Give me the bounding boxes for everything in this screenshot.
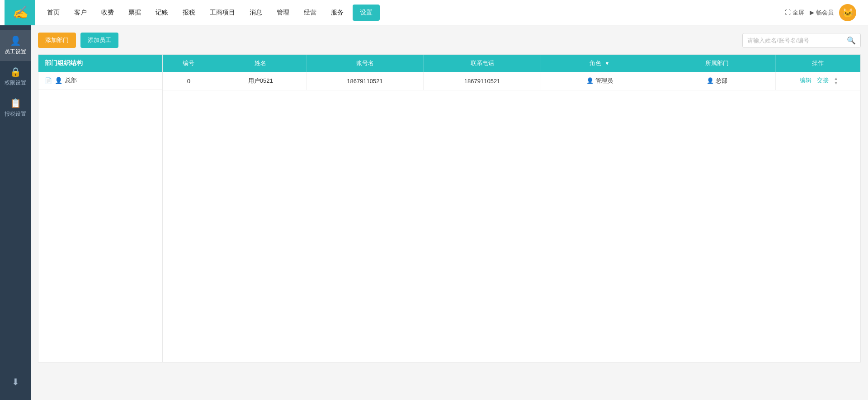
cell-dept: 👤总部 (658, 72, 776, 90)
top-navigation: ✍ 首页 客户 收费 票据 记账 报税 工商项目 消息 管理 经营 服务 设置 … (0, 0, 868, 25)
search-area: 🔍 (742, 33, 861, 48)
th-role[interactable]: 角色 ▼ (541, 55, 658, 72)
sidebar-item-employee[interactable]: 👤 员工设置 (0, 30, 31, 61)
nav-accounting[interactable]: 记账 (148, 0, 175, 25)
add-employee-button[interactable]: 添加员工 (80, 33, 118, 48)
th-account: 账号名 (306, 55, 424, 72)
tree-header: 部门组织结构 (38, 55, 162, 72)
employee-table: 编号 姓名 账号名 联系电话 角色 ▼ 所属部门 操作 0 用户0521 (163, 55, 860, 90)
nav-service[interactable]: 服务 (324, 0, 351, 25)
th-dept: 所属部门 (658, 55, 776, 72)
content-area: 部门组织结构 📄 👤 总部 编号 姓名 账号名 联系电话 角色 (38, 54, 861, 362)
taxsettings-icon: 📋 (10, 98, 21, 108)
cell-action: 编辑 交接 ▲▼ (775, 72, 860, 90)
tree-panel: 部门组织结构 📄 👤 总部 (38, 55, 163, 362)
fullscreen-label: 全屏 (793, 9, 804, 17)
cell-phone: 18679110521 (424, 72, 541, 90)
sidebar-item-taxsettings[interactable]: 📋 报税设置 (0, 92, 31, 123)
th-phone: 联系电话 (424, 55, 541, 72)
filter-icon: ▼ (605, 61, 610, 66)
nav-items: 首页 客户 收费 票据 记账 报税 工商项目 消息 管理 经营 服务 设置 (40, 0, 785, 25)
nav-right: ⛶ 全屏 ▶ 畅会员 🐱 (785, 4, 856, 21)
nav-manage[interactable]: 管理 (269, 0, 297, 25)
edit-link[interactable]: 编辑 (800, 77, 811, 84)
search-icon: 🔍 (847, 37, 856, 44)
fullscreen-icon: ⛶ (785, 9, 791, 16)
nav-tax[interactable]: 报税 (175, 0, 203, 25)
download-icon: ⬇ (12, 376, 19, 387)
permission-icon: 🔒 (10, 66, 21, 77)
nav-customer[interactable]: 客户 (67, 0, 94, 25)
sidebar-download-btn[interactable]: ⬇ (12, 371, 19, 393)
main-content: 添加部门 添加员工 🔍 部门组织结构 📄 👤 总部 编号 (31, 25, 868, 400)
table-panel: 编号 姓名 账号名 联系电话 角色 ▼ 所属部门 操作 0 用户0521 (163, 55, 860, 362)
vip-label: 畅会员 (816, 9, 834, 17)
th-action: 操作 (775, 55, 860, 72)
th-no: 编号 (163, 55, 215, 72)
nav-invoice[interactable]: 票据 (121, 0, 148, 25)
avatar[interactable]: 🐱 (839, 4, 856, 21)
tree-item-label: 总部 (65, 76, 77, 85)
toolbar: 添加部门 添加员工 🔍 (38, 33, 861, 48)
search-button[interactable]: 🔍 (842, 33, 860, 47)
cell-role: 👤管理员 (541, 72, 658, 90)
vip-icon: ▶ (810, 9, 814, 16)
logo-area: ✍ (5, 0, 35, 25)
cell-account: 18679110521 (306, 72, 424, 90)
th-role-label: 角色 (590, 60, 601, 66)
dept-user-icon: 👤 (707, 77, 714, 84)
tree-item-headquarters[interactable]: 📄 👤 总部 (38, 72, 162, 89)
table-header-row: 编号 姓名 账号名 联系电话 角色 ▼ 所属部门 操作 (163, 55, 860, 72)
sidebar-item-employee-label: 员工设置 (5, 48, 26, 56)
table-row: 0 用户0521 18679110521 18679110521 👤管理员 👤总… (163, 72, 860, 90)
cell-name: 用户0521 (215, 72, 306, 90)
vip-btn[interactable]: ▶ 畅会员 (810, 9, 834, 17)
tree-file-icon: 📄 (45, 77, 52, 84)
role-user-icon: 👤 (586, 77, 594, 84)
sidebar-item-taxsettings-label: 报税设置 (5, 110, 26, 118)
nav-home[interactable]: 首页 (40, 0, 67, 25)
sidebar-item-permission-label: 权限设置 (5, 79, 26, 87)
nav-billing[interactable]: 收费 (94, 0, 121, 25)
add-dept-button[interactable]: 添加部门 (38, 33, 76, 48)
fullscreen-btn[interactable]: ⛶ 全屏 (785, 9, 804, 17)
handover-link[interactable]: 交接 (817, 77, 829, 84)
employee-icon: 👤 (10, 35, 21, 46)
nav-settings[interactable]: 设置 (353, 5, 380, 21)
sidebar-bottom: ⬇ (12, 371, 19, 393)
cell-no: 0 (163, 72, 215, 90)
tree-user-icon: 👤 (55, 77, 62, 84)
th-name: 姓名 (215, 55, 306, 72)
nav-business[interactable]: 工商项目 (203, 0, 242, 25)
scroll-arrows: ▲▼ (834, 76, 838, 85)
logo-icon: ✍ (12, 5, 28, 20)
search-input[interactable] (743, 34, 842, 47)
sidebar-item-permission[interactable]: 🔒 权限设置 (0, 61, 31, 92)
nav-message[interactable]: 消息 (242, 0, 269, 25)
nav-operation[interactable]: 经营 (297, 0, 324, 25)
sidebar: 👤 员工设置 🔒 权限设置 📋 报税设置 ⬇ (0, 25, 31, 400)
